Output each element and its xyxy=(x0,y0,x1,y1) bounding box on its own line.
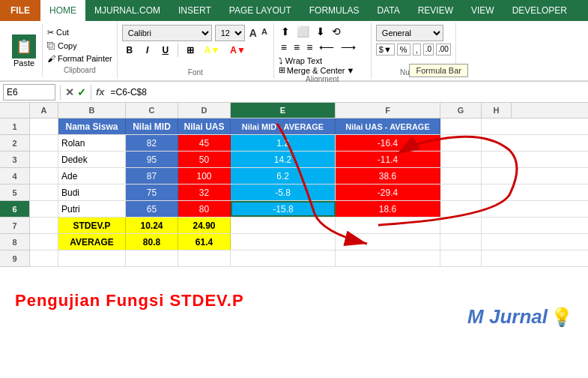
row-header-3[interactable]: 3 xyxy=(0,152,30,168)
increase-decimal-button[interactable]: .0 xyxy=(423,44,434,56)
cell-c3[interactable]: 95 xyxy=(126,152,178,167)
col-header-a[interactable]: A xyxy=(30,103,58,118)
cancel-formula-button[interactable]: ✕ xyxy=(65,86,74,98)
align-bottom-button[interactable]: ⬇ xyxy=(314,25,327,38)
tab-mjurnal[interactable]: MJURNAL.COM xyxy=(85,0,169,21)
percent-button[interactable]: % xyxy=(397,44,410,56)
cell-c7[interactable]: 10.24 xyxy=(126,218,178,233)
text-angle-button[interactable]: ⟲ xyxy=(330,25,343,38)
font-name-select[interactable]: Calibri xyxy=(122,25,212,41)
decrease-decimal-button[interactable]: .00 xyxy=(436,44,451,56)
cell-c1[interactable]: Nilai MID xyxy=(126,118,178,134)
align-top-button[interactable]: ⬆ xyxy=(279,25,292,38)
cell-f3[interactable]: -11.4 xyxy=(336,152,440,167)
row-header-1[interactable]: 1 xyxy=(0,118,30,135)
format-painter-button[interactable]: 🖌 Format Painter xyxy=(46,53,114,64)
cell-c4[interactable]: 87 xyxy=(126,168,178,184)
cell-a9[interactable] xyxy=(30,250,58,266)
decrease-font-size-button[interactable]: A xyxy=(260,27,269,39)
tab-view[interactable]: VIEW xyxy=(462,0,503,21)
cell-e4[interactable]: 6.2 xyxy=(231,168,336,184)
tab-file[interactable]: FILE xyxy=(0,0,40,21)
row-header-7[interactable]: 7 xyxy=(0,218,30,234)
cell-e7[interactable] xyxy=(231,218,336,233)
cell-reference-input[interactable] xyxy=(3,84,55,100)
cell-d5[interactable]: 32 xyxy=(178,184,231,200)
cell-c5[interactable]: 75 xyxy=(126,184,178,200)
cell-f6[interactable]: 18.6 xyxy=(336,201,440,217)
cell-g8[interactable] xyxy=(440,234,482,250)
tab-review[interactable]: REVIEW xyxy=(409,0,462,21)
cell-b4[interactable]: Ade xyxy=(58,168,126,184)
cell-a7[interactable] xyxy=(30,218,58,233)
col-header-c[interactable]: C xyxy=(126,103,178,118)
row-header-4[interactable]: 4 xyxy=(0,168,30,184)
col-header-g[interactable]: G xyxy=(440,103,482,118)
cell-f7[interactable] xyxy=(336,218,440,233)
row-header-8[interactable]: 8 xyxy=(0,234,30,250)
cell-e5[interactable]: -5.8 xyxy=(231,184,336,200)
cell-d2[interactable]: 45 xyxy=(178,135,231,151)
cell-e2[interactable]: 1.2 xyxy=(231,135,336,151)
tab-data[interactable]: DATA xyxy=(368,0,408,21)
copy-button[interactable]: ⿻ Copy xyxy=(46,40,114,51)
cell-b6[interactable]: Putri xyxy=(58,201,126,217)
cell-b2[interactable]: Rolan xyxy=(58,135,126,151)
cell-e1[interactable]: Nilai MID - AVERAGE xyxy=(231,118,336,134)
cell-b9[interactable] xyxy=(58,250,126,266)
align-center-button[interactable]: ≡ xyxy=(291,40,302,54)
cell-c8[interactable]: 80.8 xyxy=(126,234,178,250)
row-header-9[interactable]: 9 xyxy=(0,250,30,267)
merge-center-button[interactable]: ⊞ Merge & Center ▼ xyxy=(279,65,355,75)
cut-button[interactable]: ✂ Cut xyxy=(46,27,114,38)
cell-d9[interactable] xyxy=(178,250,231,266)
cell-g4[interactable] xyxy=(440,168,482,184)
currency-button[interactable]: $▼ xyxy=(376,44,395,56)
font-size-select[interactable]: 12 xyxy=(215,25,245,41)
cell-a3[interactable] xyxy=(30,152,58,167)
cell-e3[interactable]: 14.2 xyxy=(231,152,336,167)
cell-b5[interactable]: Budi xyxy=(58,184,126,200)
row-header-5[interactable]: 5 xyxy=(0,184,30,201)
cell-f4[interactable]: 38.6 xyxy=(336,168,440,184)
cell-d4[interactable]: 100 xyxy=(178,168,231,184)
row-header-6[interactable]: 6 xyxy=(0,201,30,218)
cell-a5[interactable] xyxy=(30,184,58,200)
cell-g7[interactable] xyxy=(440,218,482,233)
cell-d1[interactable]: Nilai UAS xyxy=(178,118,231,134)
cell-c9[interactable] xyxy=(126,250,178,266)
align-left-button[interactable]: ≡ xyxy=(279,40,289,54)
col-header-h[interactable]: H xyxy=(482,103,512,118)
confirm-formula-button[interactable]: ✓ xyxy=(77,86,86,98)
increase-font-size-button[interactable]: A xyxy=(248,27,258,39)
cell-g1[interactable] xyxy=(440,118,482,134)
formula-input[interactable] xyxy=(108,84,585,100)
cell-f8[interactable] xyxy=(336,234,440,250)
cell-d6[interactable]: 80 xyxy=(178,201,231,217)
col-header-b[interactable]: B xyxy=(58,103,126,118)
cell-e8[interactable] xyxy=(231,234,336,250)
cell-d7[interactable]: 24.90 xyxy=(178,218,231,233)
paste-button[interactable]: 📋 Paste xyxy=(6,24,43,77)
cell-g5[interactable] xyxy=(440,184,482,200)
number-format-select[interactable]: General xyxy=(376,25,443,41)
italic-button[interactable]: I xyxy=(140,44,155,57)
bold-button[interactable]: B xyxy=(122,44,137,57)
cell-g6[interactable] xyxy=(440,201,482,217)
cell-a4[interactable] xyxy=(30,168,58,184)
col-header-d[interactable]: D xyxy=(178,103,231,118)
cell-a6[interactable] xyxy=(30,201,58,217)
borders-button[interactable]: ⊞ xyxy=(183,44,198,57)
tab-developer[interactable]: DEVELOPER xyxy=(503,0,576,21)
comma-button[interactable]: , xyxy=(413,44,421,56)
fill-color-button[interactable]: A▼ xyxy=(201,44,224,57)
cell-c2[interactable]: 82 xyxy=(126,135,178,151)
cell-e9[interactable] xyxy=(231,250,336,266)
tab-home[interactable]: HOME xyxy=(40,0,85,21)
cell-f2[interactable]: -16.4 xyxy=(336,135,440,151)
align-right-button[interactable]: ≡ xyxy=(304,40,315,54)
cell-g2[interactable] xyxy=(440,135,482,151)
cell-a8[interactable] xyxy=(30,234,58,250)
cell-d8[interactable]: 61.4 xyxy=(178,234,231,250)
cell-g9[interactable] xyxy=(440,250,482,266)
